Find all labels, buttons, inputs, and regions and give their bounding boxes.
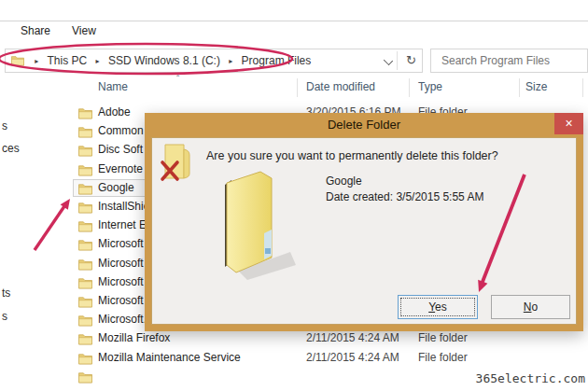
refresh-icon[interactable]: ↻	[406, 49, 416, 72]
folder-icon	[78, 219, 92, 236]
folder-icon	[78, 144, 92, 161]
yes-button[interactable]: Yes	[398, 295, 478, 319]
chevron-down-icon[interactable]	[384, 56, 393, 65]
folder-icon	[78, 163, 92, 180]
dialog-item-name: Google	[326, 175, 362, 188]
folder-icon	[78, 314, 92, 330]
column-divider[interactable]	[297, 78, 298, 97]
dialog-message: Are you sure you want to permanently del…	[206, 149, 570, 162]
search-input[interactable]	[440, 53, 583, 68]
column-header-type[interactable]: Type	[418, 80, 442, 93]
breadcrumb-item-drive-c[interactable]: SSD Windows 8.1 (C:)	[108, 54, 220, 67]
column-divider[interactable]	[582, 78, 583, 97]
folder-icon	[11, 51, 24, 74]
address-bar[interactable]: ▸ This PC ▸ SSD Windows 8.1 (C:) ▸ Progr…	[5, 49, 423, 73]
file-name[interactable]: Adobe	[98, 105, 131, 119]
open-folder-icon	[206, 170, 296, 287]
watermark: 365electric.com	[476, 371, 585, 385]
folder-icon	[78, 182, 92, 199]
folder-icon	[78, 370, 92, 387]
file-date-modified: 2/11/2015 4:24 AM	[306, 331, 399, 344]
dialog-item-date-created: Date created: 3/5/2015 5:55 AM	[326, 190, 483, 203]
folder-icon	[78, 276, 92, 293]
delete-folder-dialog: Delete Folder × Are you sure you want to…	[145, 113, 583, 331]
column-divider[interactable]	[409, 78, 410, 97]
folder-icon	[78, 352, 92, 369]
search-box[interactable]	[430, 49, 588, 73]
folder-icon	[78, 332, 92, 349]
file-row[interactable]: Mozilla Firefox 2/11/2015 4:24 AM File f…	[0, 329, 588, 348]
dialog-body: Are you sure you want to permanently del…	[151, 137, 577, 325]
file-date-modified: 2/11/2015 4:24 AM	[306, 351, 399, 364]
delete-folder-icon	[160, 142, 197, 187]
folder-icon	[78, 125, 92, 142]
close-icon[interactable]: ×	[554, 113, 583, 134]
column-header-name[interactable]: Name	[98, 80, 128, 93]
dialog-title: Delete Folder	[145, 113, 583, 137]
file-name[interactable]: Google	[98, 181, 134, 194]
folder-icon	[78, 106, 92, 123]
breadcrumb-separator-icon: ▸	[35, 50, 38, 73]
sort-ascending-icon[interactable]: ˆ	[176, 75, 179, 85]
breadcrumb-item-this-pc[interactable]: This PC	[47, 54, 87, 67]
folder-icon	[78, 258, 92, 274]
file-name[interactable]: Disc Soft	[98, 143, 143, 156]
column-divider[interactable]	[519, 78, 520, 97]
folder-icon	[78, 201, 92, 217]
column-header-date-modified[interactable]: Date modified	[306, 80, 375, 93]
breadcrumb: ▸ This PC ▸ SSD Windows 8.1 (C:) ▸ Progr…	[11, 49, 311, 72]
tab-share[interactable]: Share	[21, 24, 50, 37]
address-bar-divider	[397, 51, 398, 70]
file-row[interactable]: Mozilla Maintenance Service 2/11/2015 4:…	[0, 349, 588, 368]
breadcrumb-separator-icon[interactable]: ▸	[229, 50, 232, 73]
breadcrumb-item-program-files[interactable]: Program Files	[242, 54, 312, 67]
breadcrumb-separator-icon[interactable]: ▸	[96, 50, 100, 73]
file-type: File folder	[418, 331, 468, 344]
file-name[interactable]: Mozilla Maintenance Service	[98, 351, 241, 364]
file-type: File folder	[418, 351, 468, 364]
file-explorer-window: Share View ▸ This PC ▸ SSD Windows 8.1 (…	[0, 0, 588, 391]
tab-view[interactable]: View	[72, 24, 96, 37]
no-button[interactable]: No	[491, 295, 570, 319]
folder-icon	[78, 295, 92, 312]
file-name[interactable]: Mozilla Firefox	[98, 331, 170, 344]
file-name[interactable]: Evernote	[98, 162, 143, 175]
column-header-size[interactable]: Size	[525, 80, 547, 93]
ribbon-divider	[0, 21, 588, 21]
folder-icon	[78, 238, 92, 255]
